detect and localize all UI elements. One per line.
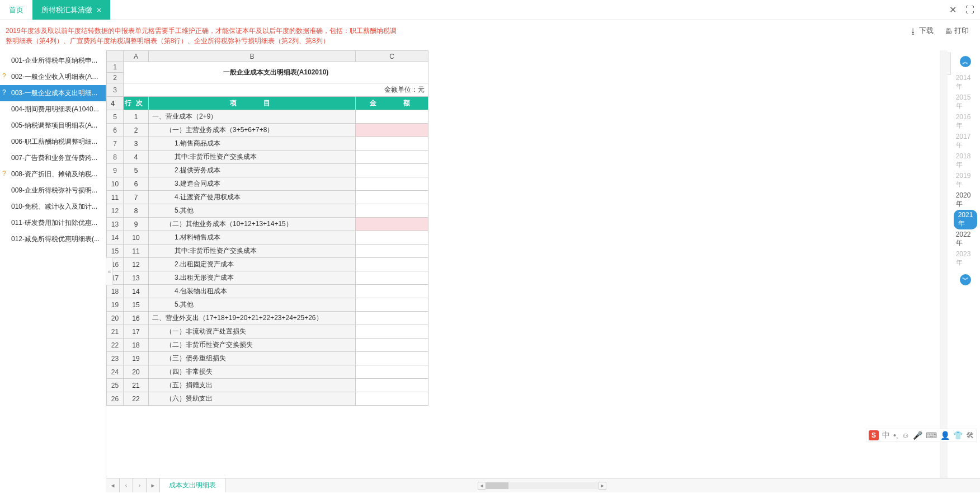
cell-rowno[interactable]: 6: [124, 177, 149, 191]
cell-rowno[interactable]: 8: [124, 204, 149, 218]
cell-amount[interactable]: [356, 392, 428, 406]
cell-item[interactable]: 其中:非货币性资产交换成本: [149, 151, 356, 164]
cell-amount[interactable]: [356, 312, 428, 325]
cell-item[interactable]: 一、营业成本（2+9）: [149, 110, 356, 124]
cell-amount[interactable]: [356, 164, 428, 177]
hscroll-left[interactable]: ◄: [478, 482, 486, 490]
hscroll-right[interactable]: ►: [599, 482, 606, 490]
row-header[interactable]: 21: [107, 325, 124, 339]
sidebar-collapse-handle[interactable]: «: [106, 257, 113, 285]
col-header-b[interactable]: B: [149, 51, 356, 62]
cell-amount[interactable]: [356, 137, 428, 151]
cell-amount[interactable]: [356, 379, 428, 392]
cell-amount[interactable]: [356, 151, 428, 164]
cell-item[interactable]: 2.出租固定资产成本: [149, 258, 356, 271]
cell-item[interactable]: （四）非常损失: [149, 365, 356, 379]
sheet-nav-last[interactable]: ►: [147, 478, 160, 492]
row-header[interactable]: 10: [107, 177, 124, 191]
cell-rowno[interactable]: 21: [124, 379, 149, 392]
cell-item[interactable]: 3.出租无形资产成本: [149, 271, 356, 285]
row-header[interactable]: 8: [107, 151, 124, 164]
cell-item[interactable]: （二）其他业务成本（10+12+13+14+15）: [149, 218, 356, 231]
cell-rowno[interactable]: 16: [124, 312, 149, 325]
year-down-button[interactable]: ︾: [960, 274, 971, 285]
col-header-a[interactable]: A: [124, 51, 149, 62]
sidebar-item-form-2[interactable]: ?002-一般企业收入明细表(A10...: [0, 69, 106, 85]
year-option-2023[interactable]: 2023年: [954, 249, 978, 269]
hscroll-thumb[interactable]: [486, 482, 508, 489]
row-header[interactable]: 3: [107, 83, 124, 97]
cell-rowno[interactable]: 10: [124, 231, 149, 245]
cell-item[interactable]: 1.材料销售成本: [149, 231, 356, 245]
cell-item[interactable]: （三）债务重组损失: [149, 352, 356, 365]
cell-item[interactable]: 5.其他: [149, 204, 356, 218]
cell-item[interactable]: 二、营业外支出（17+18+19+20+21+22+23+24+25+26）: [149, 312, 356, 325]
cell-rowno[interactable]: 20: [124, 365, 149, 379]
year-option-2018[interactable]: 2018年: [954, 151, 978, 171]
ime-punct-icon[interactable]: •,: [893, 431, 898, 440]
cell-rowno[interactable]: 2: [124, 124, 149, 137]
cell-amount[interactable]: [356, 271, 428, 285]
year-option-2020[interactable]: 2020年: [954, 190, 978, 210]
cell-rowno[interactable]: 12: [124, 258, 149, 271]
cell-amount[interactable]: [356, 218, 428, 231]
row-header[interactable]: 19: [107, 298, 124, 312]
close-icon[interactable]: ×: [97, 6, 101, 15]
sheet-nav-next[interactable]: ›: [133, 478, 147, 492]
ime-keyboard-icon[interactable]: ⌨: [926, 431, 937, 440]
cell-item[interactable]: 2.提供劳务成本: [149, 164, 356, 177]
row-header[interactable]: 7: [107, 137, 124, 151]
cell-amount[interactable]: [356, 365, 428, 379]
row-header[interactable]: 4: [107, 97, 124, 110]
ime-logo-icon[interactable]: S: [869, 430, 879, 440]
cell-amount[interactable]: [356, 298, 428, 312]
hscroll-track[interactable]: [486, 482, 598, 489]
ime-emoji-icon[interactable]: ☺: [902, 431, 910, 440]
cell-item[interactable]: （五）捐赠支出: [149, 379, 356, 392]
row-header[interactable]: 24: [107, 365, 124, 379]
row-header[interactable]: 23: [107, 352, 124, 365]
row-header[interactable]: 22: [107, 339, 124, 352]
year-option-2019[interactable]: 2019年: [954, 171, 978, 190]
sheet-nav-prev[interactable]: ‹: [120, 478, 133, 492]
cell-item[interactable]: 1.销售商品成本: [149, 137, 356, 151]
sidebar-item-form-1[interactable]: 001-企业所得税年度纳税申...: [0, 53, 106, 69]
cell-amount[interactable]: [356, 204, 428, 218]
row-header[interactable]: 12: [107, 204, 124, 218]
sidebar-item-form-5[interactable]: 005-纳税调整项目明细表(A...: [0, 118, 106, 134]
row-header[interactable]: 11: [107, 191, 124, 204]
cell-rowno[interactable]: 15: [124, 298, 149, 312]
sidebar-item-form-6[interactable]: 006-职工薪酬纳税调整明细...: [0, 134, 106, 150]
download-button[interactable]: ⭳ 下载: [910, 26, 934, 36]
row-header[interactable]: 6: [107, 124, 124, 137]
cell-amount[interactable]: [356, 339, 428, 352]
cell-rowno[interactable]: 4: [124, 151, 149, 164]
sheet-nav-first[interactable]: ◄: [106, 478, 120, 492]
year-up-button[interactable]: ︽: [960, 56, 971, 67]
tab-home[interactable]: 首页: [0, 0, 32, 20]
cell-amount[interactable]: [356, 124, 428, 137]
tab-tax-settlement[interactable]: 所得税汇算清缴 ×: [32, 0, 110, 20]
sidebar-item-form-12[interactable]: 012-减免所得税优惠明细表(...: [0, 231, 106, 247]
row-header[interactable]: 2: [107, 73, 124, 83]
cell-item[interactable]: （六）赞助支出: [149, 392, 356, 406]
sidebar-item-form-8[interactable]: ?008-资产折旧、摊销及纳税...: [0, 166, 106, 182]
cell-item[interactable]: 4.让渡资产使用权成本: [149, 191, 356, 204]
cell-amount[interactable]: [356, 191, 428, 204]
cell-amount[interactable]: [356, 245, 428, 258]
row-header[interactable]: 14: [107, 231, 124, 245]
vertical-scrollbar[interactable]: [940, 50, 948, 478]
year-option-2021[interactable]: 2021年: [954, 210, 978, 229]
cell-amount[interactable]: [356, 258, 428, 271]
row-header[interactable]: 13: [107, 218, 124, 231]
ime-skin-icon[interactable]: 👕: [953, 431, 963, 440]
cell-amount[interactable]: [356, 325, 428, 339]
sidebar-item-form-7[interactable]: 007-广告费和业务宣传费跨...: [0, 150, 106, 166]
cell-item[interactable]: （一）主营业务成本（3+5+6+7+8）: [149, 124, 356, 137]
cell-rowno[interactable]: 19: [124, 352, 149, 365]
cell-item[interactable]: 4.包装物出租成本: [149, 285, 356, 298]
row-header[interactable]: 25: [107, 379, 124, 392]
year-option-2017[interactable]: 2017年: [954, 131, 978, 151]
year-option-2014[interactable]: 2014年: [954, 73, 978, 92]
row-header[interactable]: 26: [107, 392, 124, 406]
